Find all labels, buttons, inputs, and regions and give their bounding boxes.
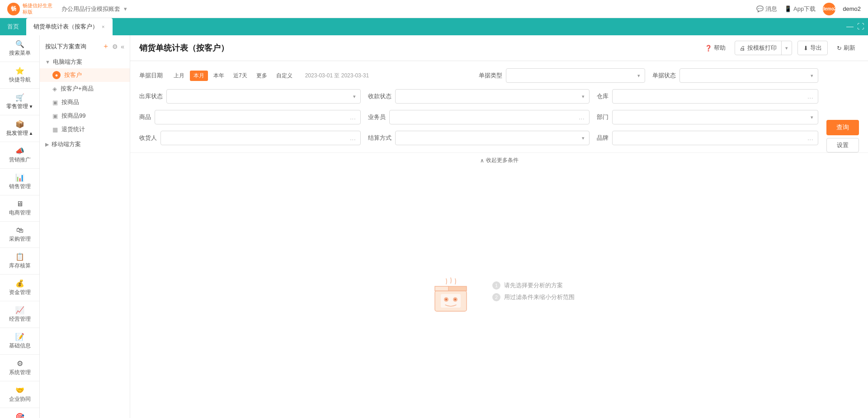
- department-select[interactable]: ▾: [612, 110, 818, 124]
- date-tab-this-year[interactable]: 本年: [210, 71, 228, 81]
- warehouse-dots[interactable]: ...: [807, 92, 813, 100]
- sidebar-item-enterprise[interactable]: 🤝 企业协同: [0, 381, 39, 408]
- by-customer-product-icon: ◈: [52, 86, 57, 92]
- filter-wrapper: 单据日期 上月 本月 本年 近7天 更多 自定义 2023-03-01 至 20…: [130, 61, 868, 152]
- sidebar-item-search[interactable]: 🔍 搜索菜单: [0, 35, 39, 62]
- print-btn-group: 🖨 按模板打印 ▾: [735, 41, 792, 55]
- right-content: 销货单统计表（按客户） ❓ 帮助 🖨 按模板打印 ▾: [130, 35, 868, 418]
- filter-item-receipt-status: 收款状态 ▾: [368, 89, 590, 104]
- sidebar-item-sales[interactable]: 📊 销售管理: [0, 169, 39, 195]
- settings-button[interactable]: 设置: [826, 138, 859, 152]
- sidebar-item-newbie[interactable]: 🎯 新手引导: [0, 408, 39, 418]
- date-tab-this-month[interactable]: 本月: [190, 71, 208, 81]
- doc-status-label: 单据状态: [652, 71, 676, 80]
- filter-row-3: 商品 ... 业务员 ...: [139, 110, 818, 124]
- left-panel-actions: ＋ ⚙ «: [102, 42, 124, 51]
- sidebar-item-marketing[interactable]: 📣 营销推广: [0, 142, 39, 169]
- filter-item-product: 商品 ...: [139, 110, 361, 124]
- empty-text-block: 1 请先选择要分析的方案 2 用过滤条件来缩小分析范围: [492, 281, 575, 305]
- product-label: 商品: [139, 113, 151, 121]
- tab-close-btn[interactable]: ×: [101, 23, 105, 30]
- sidebar-item-wholesale[interactable]: 📦 批发管理 ▲: [0, 115, 39, 142]
- scheme-item-by-customer[interactable]: ● 按客户: [40, 68, 130, 82]
- tab-expand-icon[interactable]: ⛶: [857, 23, 864, 31]
- settlement-select[interactable]: ▾: [395, 131, 590, 145]
- page-header: 销货单统计表（按客户） ❓ 帮助 🖨 按模板打印 ▾: [130, 35, 868, 61]
- top-header: 畅 畅捷信好生意 标版 办公用品行业模拟账套 ▾ 💬 消息 📱 App下载 de…: [0, 0, 868, 18]
- settings-scheme-btn[interactable]: ⚙: [112, 43, 118, 50]
- brand-dots[interactable]: ...: [807, 134, 813, 142]
- date-tab-last-7days[interactable]: 近7天: [230, 71, 251, 81]
- sidebar-item-finance[interactable]: 💰 资金管理: [0, 275, 39, 301]
- filter-item-receiver: 收货人 ...: [139, 131, 361, 145]
- print-btn[interactable]: 🖨 按模板打印: [735, 41, 782, 55]
- main-layout: 🔍 搜索菜单 ⭐ 快捷导航 🛒 零售管理 ▼ 📦 批发管理 ▲ 📣 营销推广: [0, 35, 868, 418]
- refresh-btn[interactable]: ↻ 刷新: [833, 42, 859, 54]
- logo-area: 畅 畅捷信好生意 标版: [7, 3, 52, 15]
- date-tabs: 上月 本月 本年 近7天 更多 自定义: [170, 71, 296, 81]
- product-dots[interactable]: ...: [350, 113, 356, 121]
- newbie-icon: 🎯: [2, 413, 38, 418]
- date-tab-last-month[interactable]: 上月: [170, 71, 188, 81]
- filter-item-salesperson: 业务员 ...: [368, 110, 590, 124]
- message-btn[interactable]: 💬 消息: [756, 5, 777, 13]
- product-select[interactable]: ...: [155, 110, 361, 124]
- receipt-status-select[interactable]: ▾: [395, 89, 590, 104]
- warehouse-select[interactable]: ...: [612, 89, 818, 104]
- app-icon: 📱: [784, 5, 792, 12]
- out-status-select[interactable]: ▾: [166, 89, 361, 104]
- page-title: 销货单统计表（按客户）: [139, 43, 229, 53]
- sidebar-item-quick-nav[interactable]: ⭐ 快捷导航: [0, 62, 39, 89]
- export-btn[interactable]: ⬇ 导出: [797, 41, 828, 55]
- sidebar-item-system[interactable]: ⚙ 系统管理: [0, 355, 39, 381]
- sidebar-item-operations[interactable]: 📈 经营管理: [0, 301, 39, 328]
- sidebar-item-retail[interactable]: 🛒 零售管理 ▼: [0, 89, 39, 115]
- sidebar-item-ecommerce[interactable]: 🖥 电商管理: [0, 195, 39, 222]
- salesperson-dots[interactable]: ...: [579, 113, 585, 121]
- industry-dropdown[interactable]: ▾: [124, 5, 127, 12]
- tab-home[interactable]: 首页: [0, 18, 26, 35]
- receiver-select[interactable]: ...: [160, 131, 361, 145]
- filter-item-warehouse: 仓库 ...: [597, 89, 818, 104]
- settlement-dropdown-arrow: ▾: [582, 135, 585, 141]
- tab-minimize-icon[interactable]: —: [846, 23, 854, 31]
- query-button[interactable]: 查询: [826, 120, 859, 135]
- doc-status-select[interactable]: ▾: [679, 68, 819, 83]
- date-tab-custom[interactable]: 自定义: [273, 71, 296, 81]
- sidebar-item-purchase[interactable]: 🛍 采购管理: [0, 222, 39, 248]
- scheme-item-by-product-99[interactable]: ▣ 按商品99: [40, 109, 130, 123]
- brand-label: 品牌: [597, 134, 609, 142]
- hint-num-2: 2: [492, 293, 500, 301]
- star-icon: ⭐: [2, 66, 38, 75]
- app-download-btn[interactable]: 📱 App下载: [784, 5, 816, 13]
- content-area: 按以下方案查询 ＋ ⚙ « ▼ 电脑端方案 ● 按客户 ◈: [40, 35, 868, 418]
- sidebar-item-basics[interactable]: 📝 基础信息: [0, 328, 39, 355]
- date-tab-more[interactable]: 更多: [253, 71, 271, 81]
- scheme-item-return-stats[interactable]: ▦ 退货统计: [40, 123, 130, 136]
- filter-row-2: 出库状态 ▾ 收款状态 ▾: [139, 89, 818, 104]
- doc-type-select[interactable]: ▾: [506, 68, 645, 83]
- brand-select[interactable]: ...: [612, 131, 818, 145]
- scheme-group-mobile-header[interactable]: ▶ 移动端方案: [40, 138, 130, 151]
- collapse-panel-btn[interactable]: «: [121, 43, 124, 50]
- receiver-dots[interactable]: ...: [350, 134, 356, 142]
- scheme-item-by-customer-product[interactable]: ◈ 按客户+商品: [40, 82, 130, 95]
- tab-current[interactable]: 销货单统计表（按客户） ×: [26, 18, 113, 35]
- left-panel-header: 按以下方案查询 ＋ ⚙ «: [40, 39, 130, 54]
- collapse-text: 收起更多条件: [486, 157, 519, 164]
- sidebar-item-inventory[interactable]: 📋 库存核算: [0, 248, 39, 275]
- filter-item-settlement: 结算方式 ▾: [368, 131, 590, 145]
- filter-item-brand: 品牌 ...: [597, 131, 818, 145]
- receiver-label: 收货人: [139, 134, 157, 142]
- help-btn[interactable]: ❓ 帮助: [701, 42, 729, 54]
- salesperson-select[interactable]: ...: [389, 110, 590, 124]
- avatar[interactable]: demo2: [823, 3, 835, 15]
- collapse-btn-row[interactable]: ∧ 收起更多条件: [130, 152, 868, 168]
- scheme-group-desktop-header[interactable]: ▼ 电脑端方案: [40, 56, 130, 68]
- help-icon: ❓: [705, 45, 712, 52]
- scheme-item-by-product[interactable]: ▣ 按商品: [40, 95, 130, 109]
- message-icon: 💬: [756, 5, 764, 12]
- print-dropdown-arrow[interactable]: ▾: [782, 43, 792, 54]
- search-icon: 🔍: [2, 40, 38, 48]
- add-scheme-btn[interactable]: ＋: [102, 42, 109, 51]
